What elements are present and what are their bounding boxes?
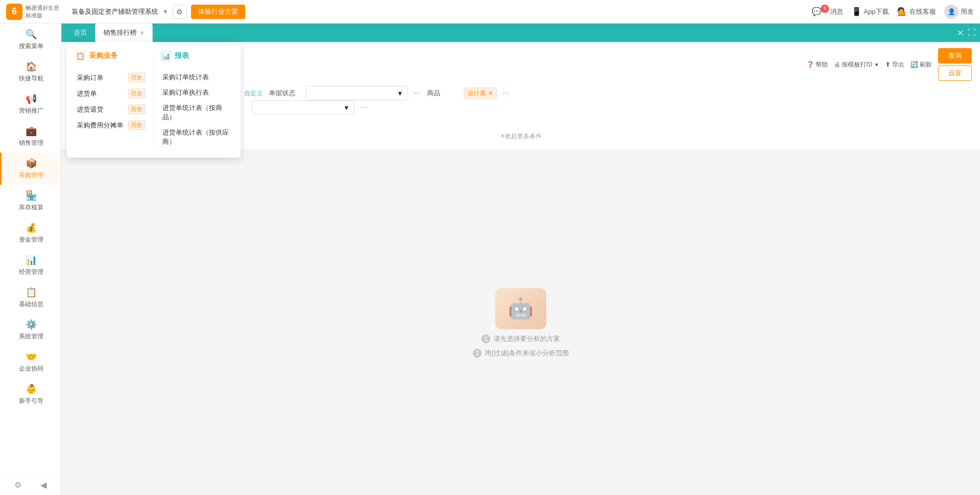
dropdown-item-order-exec[interactable]: 采购订单执行表: [160, 85, 233, 100]
messages-button[interactable]: 💬 9 消息: [812, 7, 843, 16]
query-button[interactable]: 查询: [938, 48, 972, 63]
dropdown-col-report: 📊 报表 采购订单统计表 采购订单执行表 进货单统计表（按商品） 进货单统计表（…: [160, 50, 233, 149]
print-dropdown-icon[interactable]: ▼: [874, 62, 879, 68]
marketing-icon: 📢: [26, 93, 37, 104]
dropdown-item-purchase-return[interactable]: 进货退货 历史: [75, 101, 147, 117]
dropdown-item-receipt-stats-goods[interactable]: 进货单统计表（按商品）: [160, 100, 233, 125]
settings-icon[interactable]: ⚙: [173, 5, 187, 19]
sidebar-item-search[interactable]: 🔍 搜索菜单: [0, 24, 61, 56]
refresh-icon: 🔄: [910, 61, 918, 68]
dropdown-col-purchase-header: 📋 采购业务: [75, 50, 147, 64]
inventory-icon: 🏪: [26, 190, 37, 201]
salesman-arrow-icon: ▼: [343, 104, 350, 112]
guide-icon: 👶: [26, 383, 37, 395]
sidebar-item-guide[interactable]: 👶 新手引导: [0, 378, 61, 411]
empty-hint-2: 2 用[过滤]条件来缩小分析范围: [473, 349, 568, 358]
logo-text: 畅捷通好生意 标准版: [26, 4, 59, 19]
print-icon: 🖨: [834, 61, 840, 68]
empty-hint-1: 1 请先选择要分析的方案: [481, 334, 560, 343]
custom-link[interactable]: 自定义: [244, 89, 263, 98]
window-buttons: ✕ ⛶: [957, 28, 976, 38]
sidebar-collapse-icon[interactable]: ◀: [40, 480, 47, 490]
app-download-button[interactable]: 📱 App下载: [851, 7, 889, 16]
system-icon: ⚙️: [26, 319, 37, 330]
system-title: 装备及固定资产辅助管理系统: [72, 7, 158, 16]
set-button[interactable]: 设置: [938, 66, 972, 81]
header-right: 💬 9 消息 📱 App下载 💁 在线客服 👤 用友: [812, 5, 974, 19]
hist-badge-receipt: 历史: [128, 89, 145, 98]
tab-home[interactable]: 首页: [66, 24, 95, 42]
logo-icon: 6: [6, 4, 23, 20]
user-avatar: 👤: [944, 5, 958, 19]
export-icon: ⬆: [885, 61, 890, 68]
doc-status-label: 单据状态: [269, 89, 300, 98]
select-arrow-icon: ▼: [397, 90, 403, 97]
refresh-button[interactable]: 🔄 刷新: [910, 60, 932, 69]
goods-tag-close-icon[interactable]: ✕: [488, 90, 493, 97]
operation-icon: 📊: [26, 254, 37, 266]
hist-badge-purchase-order: 历史: [128, 73, 145, 82]
help-icon: ❓: [806, 61, 814, 68]
dropdown-col-purchase: 📋 采购业务 采购订单 历史 进货单 历史 进货退货 历史 采购费用分摊单 历史: [75, 50, 147, 149]
sidebar-item-quick-nav[interactable]: 🏠 快捷导航: [0, 56, 61, 88]
sidebar-item-basic[interactable]: 📋 基础信息: [0, 282, 61, 314]
sidebar-item-system[interactable]: ⚙️ 系统管理: [0, 314, 61, 346]
dropdown-cols: 📋 采购业务 采购订单 历史 进货单 历史 进货退货 历史 采购费用分摊单 历史: [75, 50, 232, 149]
hist-badge-return: 历史: [128, 104, 145, 114]
doc-status-more-icon[interactable]: ···: [414, 89, 421, 98]
hist-badge-cost: 历史: [128, 120, 145, 130]
salesman-select[interactable]: ▼: [252, 100, 354, 115]
sidebar-item-inventory[interactable]: 🏪 库存核算: [0, 185, 61, 217]
empty-illustration: 🤖: [495, 288, 546, 329]
tab-bar: 首页 销售排行榜 ✕ ✕ ⛶: [61, 24, 980, 42]
sidebar-item-operation[interactable]: 📊 经营管理: [0, 249, 61, 282]
export-button[interactable]: ⬆ 导出: [885, 60, 904, 69]
purchase-dropdown-menu: 📋 采购业务 采购订单 历史 进货单 历史 进货退货 历史 采购费用分摊单 历史: [67, 42, 241, 158]
collapse-icon: ∧: [500, 132, 505, 141]
logo-area: 6 畅捷通好生意 标准版: [6, 4, 68, 20]
sidebar-bottom: ⚙ ◀: [0, 475, 61, 495]
finance-icon: 💰: [26, 222, 37, 233]
home-icon: 🏠: [26, 61, 37, 72]
dropdown-item-order-stats[interactable]: 采购订单统计表: [160, 70, 233, 85]
dropdown-arrow-icon[interactable]: ▼: [162, 8, 168, 15]
sidebar-item-cooperation[interactable]: 🤝 企业协同: [0, 346, 61, 378]
dropdown-item-purchase-cost[interactable]: 采购费用分摊单 历史: [75, 117, 147, 133]
search-icon: 🔍: [26, 29, 37, 40]
header-middle: 装备及固定资产辅助管理系统 ▼ ⚙ 体验行业方案: [68, 5, 812, 19]
sidebar-item-sales[interactable]: 💼 销售管理: [0, 120, 61, 153]
tab-sales-rank[interactable]: 销售排行榜 ✕: [95, 24, 153, 42]
top-header: 6 畅捷通好生意 标准版 装备及固定资产辅助管理系统 ▼ ⚙ 体验行业方案 💬 …: [0, 0, 980, 24]
salesman-more-icon[interactable]: ···: [360, 103, 367, 112]
dropdown-item-receipt-stats-supplier[interactable]: 进货单统计表（按供应商）: [160, 125, 233, 149]
goods-label: 商品: [427, 89, 458, 98]
sales-icon: 💼: [26, 125, 37, 137]
goods-more-icon[interactable]: ···: [503, 89, 509, 98]
industry-button[interactable]: 体验行业方案: [191, 5, 245, 19]
sidebar-item-finance[interactable]: 💰 资金管理: [0, 217, 61, 249]
doc-status-select[interactable]: ▼: [306, 86, 408, 100]
empty-state: 🤖 1 请先选择要分析的方案 2 用[过滤]条件来缩小分析范围: [61, 150, 980, 495]
dropdown-item-purchase-receipt[interactable]: 进货单 历史: [75, 85, 147, 101]
window-close-icon[interactable]: ✕: [957, 28, 964, 38]
dropdown-divider: [154, 50, 154, 149]
cooperation-icon: 🤝: [26, 351, 37, 362]
sidebar-item-purchase[interactable]: 📦 采购管理: [0, 153, 61, 185]
user-menu-button[interactable]: 👤 用友: [944, 5, 974, 19]
purchase-col-icon: 📋: [75, 50, 86, 61]
dropdown-item-purchase-order[interactable]: 采购订单 历史: [75, 70, 147, 85]
goods-tag: 设计素 ✕: [464, 88, 497, 99]
report-col-icon: 📊: [160, 50, 172, 61]
tab-close-icon[interactable]: ✕: [140, 30, 144, 36]
sidebar: 🔍 搜索菜单 🏠 快捷导航 📢 营销推广 💼 销售管理 📦 采购管理 🏪 库存核…: [0, 24, 61, 495]
help-button[interactable]: ❓ 帮助: [806, 60, 828, 69]
sidebar-item-marketing[interactable]: 📢 营销推广: [0, 88, 61, 120]
print-button[interactable]: 🖨 按模板打印 ▼: [834, 60, 879, 69]
dropdown-col-report-header: 📊 报表: [160, 50, 233, 64]
online-service-button[interactable]: 💁 在线客服: [897, 7, 936, 16]
purchase-icon: 📦: [26, 158, 37, 169]
sidebar-settings-icon[interactable]: ⚙: [14, 480, 22, 490]
basic-icon: 📋: [26, 287, 37, 298]
window-maximize-icon[interactable]: ⛶: [968, 28, 976, 37]
